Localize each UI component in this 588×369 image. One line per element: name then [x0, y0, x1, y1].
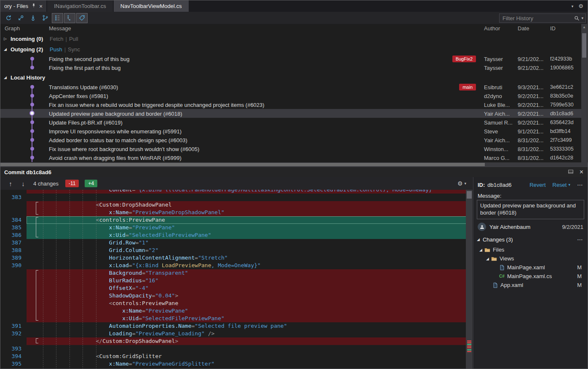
history-horizontal-scrollbar[interactable]	[0, 162, 588, 167]
column-header-id[interactable]: ID	[550, 25, 556, 32]
sync-link[interactable]: Sync	[68, 46, 80, 52]
branch-graph-button[interactable]	[40, 13, 51, 23]
graph-dot	[30, 103, 34, 106]
diff-editor[interactable]: Content="{x:Bind ((local:PaneHolderPage)…	[0, 190, 473, 369]
commit-row[interactable]: Translations Update (#6030)mainEsibruti9…	[0, 82, 581, 91]
branch-badge[interactable]: main	[459, 84, 476, 90]
changes-section-header[interactable]: ◢ Changes (3) ⋯	[477, 236, 583, 243]
commit-row[interactable]: Improve UI responsiveness while enumerat…	[0, 127, 581, 135]
changes-tree-item[interactable]: MainPage.xamlM	[473, 263, 588, 272]
line-content: Grid.Row="1"	[27, 239, 466, 247]
diff-settings-button[interactable]: ⚙ ▾	[457, 177, 466, 190]
fetch-button[interactable]	[15, 13, 27, 23]
tab-inavigationtoolbar[interactable]: INavigationToolbar.cs	[47, 0, 113, 12]
commit-id: 2f7c3499	[550, 137, 572, 143]
chevron-expanded-icon[interactable]: ◢	[479, 248, 482, 252]
line-number: 395	[0, 360, 21, 368]
fetch-link[interactable]: Fetch	[50, 35, 64, 42]
pull-link[interactable]: Pull	[69, 35, 78, 42]
scrollbar-thumb[interactable]	[0, 163, 485, 166]
commit-row[interactable]: Fixing the first part of this bugTaysser…	[0, 63, 581, 72]
dock-position-icon[interactable]	[568, 169, 574, 176]
close-icon[interactable]: ×	[39, 3, 43, 9]
next-change-button[interactable]: ↓	[18, 180, 28, 187]
changes-tree-item[interactable]: App.xamlM	[473, 281, 588, 289]
commit-row[interactable]: Fix an issue where a rebuild would be tr…	[0, 100, 581, 109]
diff-code-line: 389 HorizontalContentAlignment="Stretch"	[0, 254, 473, 262]
commit-row[interactable]: AppCenter fixes (#5981)d2dyno9/2/2021...…	[0, 91, 581, 100]
commit-message-box[interactable]: Updated preview pane background and bord…	[477, 200, 584, 219]
chevron-collapsed-icon[interactable]: ▷	[4, 37, 7, 41]
history-section-row[interactable]: ▷Incoming (0)Fetch|Pull	[0, 33, 581, 44]
toggle-merge-commits-button[interactable]	[64, 13, 75, 23]
commit-id: d1642c28	[550, 155, 573, 161]
history-section-row[interactable]: ◢Local History	[0, 72, 581, 82]
diff-code-line: 387 Grid.Row="1"	[0, 239, 473, 247]
file-name: App.xaml	[500, 282, 523, 288]
more-actions-icon[interactable]: ⋯	[577, 236, 583, 243]
toggle-graph-column-button[interactable]	[52, 13, 63, 23]
branch-badge[interactable]: BugFix2	[452, 56, 476, 62]
commit-message: Fixing the first part of this bug	[49, 64, 121, 71]
graph-dot	[30, 66, 34, 69]
separator: |	[66, 35, 67, 42]
section-label: Outgoing (2)	[11, 46, 43, 52]
tab-label: NavToolbarViewModel.cs	[120, 3, 182, 9]
filter-history-input[interactable]: Filter History ▾	[499, 13, 586, 23]
column-header-graph[interactable]: Graph	[5, 25, 20, 32]
commit-date: 9/2/2021...	[518, 101, 543, 108]
tab-bar-options: ▾ ⚙	[572, 0, 588, 12]
chevron-expanded-icon[interactable]: ◢	[486, 257, 489, 261]
reset-link[interactable]: Reset▾	[553, 182, 571, 188]
refresh-button[interactable]	[3, 13, 14, 23]
chevron-expanded-icon[interactable]: ◢	[4, 75, 7, 80]
column-header-message[interactable]: Message	[49, 25, 71, 32]
column-header-date[interactable]: Date	[518, 25, 529, 32]
diff-code-line: ShadowOpacity="0.04">	[0, 292, 473, 300]
scrollbar-thumb[interactable]	[582, 33, 586, 58]
commit-date: 9/1/2021...	[518, 128, 543, 134]
tab-navtoolbarviewmodel[interactable]: NavToolbarViewModel.cs	[114, 0, 189, 12]
chevron-down-icon[interactable]: ▾	[581, 16, 583, 20]
previous-change-button[interactable]: ↑	[5, 180, 16, 187]
changes-tree-item[interactable]: C#MainPage.xaml.csM	[473, 272, 588, 281]
scrollbar-thumb[interactable]	[467, 191, 472, 199]
history-section-row[interactable]: ◢Outgoing (2)Push|Sync	[0, 44, 581, 54]
avatar	[478, 223, 486, 231]
xaml-icon	[492, 282, 498, 288]
diff-code-lines: Content="{x:Bind ((local:PaneHolderPage)…	[0, 190, 473, 368]
diff-code-line: 395 x:Name="PreviewPaneGridSplitter"	[0, 360, 473, 368]
column-header-author[interactable]: Author	[484, 25, 500, 32]
history-rows: ▷Incoming (0)Fetch|Pull◢Outgoing (2)Push…	[0, 33, 581, 162]
commit-row[interactable]: Fixing the second part of this bugBugFix…	[0, 54, 581, 63]
changes-tree-item[interactable]: ◢Views	[473, 254, 588, 263]
tab-history-files[interactable]: ory - Files ×	[0, 0, 46, 12]
changes-tree-item[interactable]: ◢Files	[473, 245, 588, 254]
close-icon[interactable]: ×	[580, 169, 583, 175]
commit-id-label: ID:	[478, 182, 485, 188]
revert-link[interactable]: Revert	[529, 182, 545, 188]
toggle-tags-button[interactable]	[76, 13, 88, 23]
commit-date: 9/2/2021	[562, 224, 583, 230]
push-link[interactable]: Push	[50, 46, 62, 52]
xaml-icon	[499, 264, 505, 271]
line-content: x:Uid="SelectedFilePreviewPane"	[27, 315, 466, 322]
commit-row[interactable]: Update Files.pt-BR.xlf (#6019)Samuel R..…	[0, 118, 581, 127]
scroll-up-icon[interactable]: ▲	[581, 24, 587, 29]
history-vertical-scrollbar[interactable]: ▲	[581, 24, 587, 162]
chevron-down-icon[interactable]: ▾	[572, 4, 574, 8]
pull-button[interactable]	[27, 13, 39, 23]
pin-icon[interactable]	[31, 3, 36, 9]
section-links: Push|Sync	[49, 46, 81, 52]
chevron-expanded-icon[interactable]: ◢	[477, 237, 480, 242]
diff-vertical-scrollbar[interactable]	[466, 190, 473, 369]
commit-row[interactable]: Avoid crash when dragging files from Win…	[0, 153, 581, 162]
commit-row[interactable]: Added border to status bar to match desi…	[0, 135, 581, 144]
line-content: AutomationProperties.Name="Selected file…	[27, 322, 466, 330]
window-options-icon[interactable]: ⚙	[578, 3, 583, 9]
commit-row[interactable]: Fix issue where root background brush wo…	[0, 144, 581, 153]
chevron-expanded-icon[interactable]: ◢	[4, 47, 7, 51]
diff-code-line: 388 Grid.Column="2"	[0, 247, 473, 254]
commit-row[interactable]: Updated preview pane background and bord…	[0, 109, 581, 118]
more-actions-icon[interactable]: ⋯	[577, 181, 583, 188]
